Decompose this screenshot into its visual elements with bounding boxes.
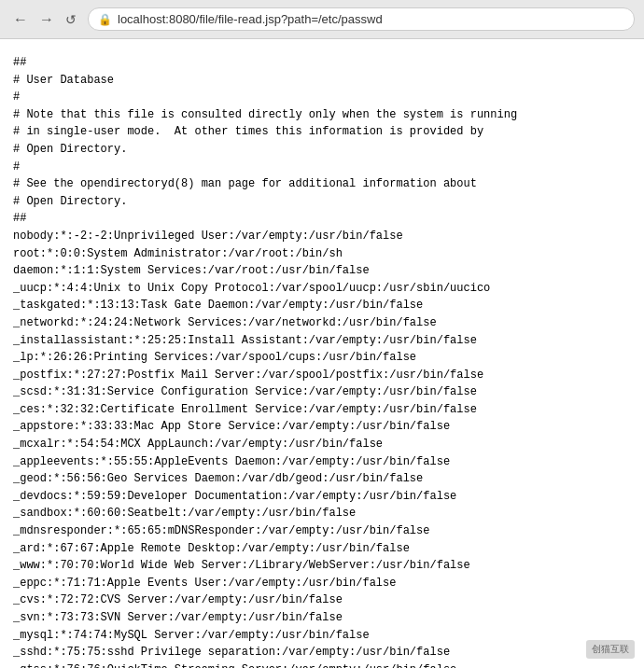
address-bar[interactable]: 🔒 localhost:8080/file/file-read.jsp?path… — [88, 7, 635, 31]
back-button[interactable]: ← — [9, 10, 32, 29]
reload-button[interactable]: ↺ — [62, 11, 80, 28]
url-text: localhost:8080/file/file-read.jsp?path=/… — [118, 12, 383, 26]
content-area: ## # User Database # # Note that this fi… — [0, 39, 644, 668]
nav-buttons: ← → ↺ — [9, 10, 80, 29]
lock-icon: 🔒 — [98, 13, 112, 26]
browser-toolbar: ← → ↺ 🔒 localhost:8080/file/file-read.js… — [0, 0, 644, 39]
file-content: ## # User Database # # Note that this fi… — [13, 54, 631, 668]
watermark: 创猫互联 — [586, 640, 635, 659]
forward-button[interactable]: → — [35, 10, 58, 29]
